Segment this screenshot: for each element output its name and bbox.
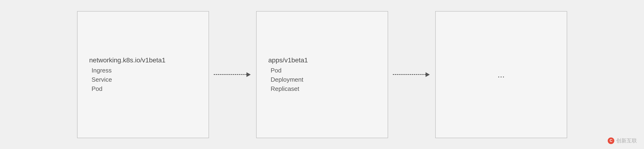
watermark-icon: C (608, 138, 614, 144)
box-apps-item-0: Pod (268, 67, 308, 74)
box-networking-item-0: Ingress (89, 67, 166, 74)
box-apps-title: apps/v1beta1 (268, 56, 308, 64)
arrow-head-2 (426, 72, 430, 77)
dashed-arrow-1 (214, 74, 252, 75)
dashed-arrow-2 (393, 74, 430, 75)
box-networking-title: networking.k8s.io/v1beta1 (89, 56, 166, 64)
box-networking-item-2: Pod (89, 85, 166, 93)
arrow-1 (209, 74, 256, 75)
box-networking: networking.k8s.io/v1beta1 Ingress Servic… (77, 11, 209, 138)
watermark: C 创新互联 (608, 137, 637, 144)
arrow-2 (388, 74, 435, 75)
box-apps-content: apps/v1beta1 Pod Deployment Replicaset (268, 56, 308, 93)
box-ellipsis-text: ... (448, 70, 555, 80)
box-apps: apps/v1beta1 Pod Deployment Replicaset (256, 11, 388, 138)
box-networking-item-1: Service (89, 76, 166, 83)
box-apps-item-1: Deployment (268, 76, 308, 83)
arrow-head-1 (246, 72, 251, 77)
box-ellipsis: ... (435, 11, 567, 138)
box-apps-item-2: Replicaset (268, 85, 308, 93)
diagram-container: networking.k8s.io/v1beta1 Ingress Servic… (0, 0, 644, 149)
box-networking-content: networking.k8s.io/v1beta1 Ingress Servic… (89, 56, 166, 93)
watermark-text: 创新互联 (616, 137, 637, 144)
dashed-line-2 (393, 74, 426, 75)
dashed-line-1 (214, 74, 247, 75)
